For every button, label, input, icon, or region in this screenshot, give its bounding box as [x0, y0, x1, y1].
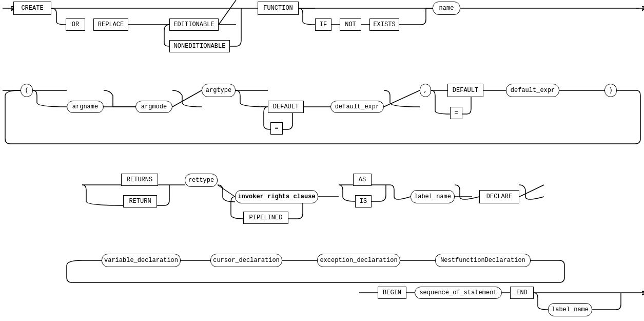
invoker-rights-node: invoker_rights_clause — [235, 190, 318, 203]
not-node: NOT — [340, 18, 361, 31]
default-expr1-node: default_expr — [330, 101, 384, 113]
default-expr2-node: default_expr — [506, 84, 559, 97]
svg-line-3 — [219, 0, 236, 25]
railroad-diagram: CREATE OR REPLACE EDITIONABLE NONEDITION… — [0, 0, 644, 321]
exists-node: EXISTS — [369, 18, 399, 31]
name-node: name — [433, 2, 460, 15]
editionable-node: EDITIONABLE — [169, 18, 219, 31]
argtype-node: argtype — [202, 84, 236, 97]
seq-of-stmt-node: sequence_of_statement — [415, 287, 502, 299]
svg-line-19 — [384, 90, 420, 107]
if-node: IF — [315, 18, 331, 31]
end-node: END — [510, 287, 534, 299]
noneditionable-node: NONEDITIONABLE — [169, 40, 230, 52]
diagram-lines — [0, 0, 644, 321]
svg-line-28 — [218, 185, 235, 197]
is-node: IS — [355, 195, 372, 207]
replace-node: REPLACE — [93, 18, 128, 31]
create-node: CREATE — [13, 2, 51, 15]
exception-decl-node: exception_declaration — [317, 254, 400, 267]
eq2-node: = — [450, 107, 462, 119]
default2-node: DEFAULT — [447, 84, 483, 97]
argname-node: argname — [67, 101, 104, 113]
return-node: RETURN — [123, 195, 157, 207]
rettype-node: rettype — [185, 174, 218, 187]
declare-node: DECLARE — [479, 190, 519, 203]
nestfunction-decl-node: NestfunctionDeclaration — [435, 254, 531, 267]
cursor-decl-node: cursor_declaration — [210, 254, 282, 267]
pipelined-node: PIPELINED — [243, 212, 288, 224]
comma-node: , — [420, 84, 431, 97]
or-node: OR — [66, 18, 85, 31]
label-name2-node: label_name — [548, 303, 592, 316]
variable-decl-node: variable_declaration — [102, 254, 181, 267]
lparen-node: ( — [21, 84, 33, 97]
argmode-node: argmode — [135, 101, 172, 113]
begin-node: BEGIN — [378, 287, 406, 299]
default1-node: DEFAULT — [268, 101, 304, 113]
function-node: FUNCTION — [258, 2, 299, 15]
label-name1-node: label_name — [411, 190, 455, 203]
eq1-node: = — [270, 122, 283, 135]
svg-line-15 — [172, 90, 202, 107]
rparen-node: ) — [604, 84, 617, 97]
as-node: AS — [353, 174, 372, 186]
returns-node: RETURNS — [121, 174, 158, 186]
svg-line-35 — [519, 185, 544, 197]
